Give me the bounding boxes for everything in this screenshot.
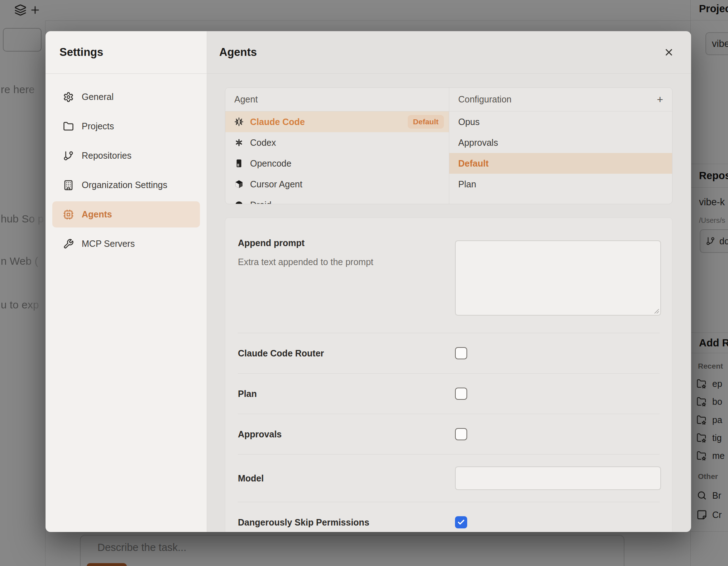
agent-name: Claude Code: [250, 117, 401, 127]
approvals-label: Approvals: [238, 429, 455, 440]
settings-title: Settings: [59, 46, 103, 59]
default-badge: Default: [408, 115, 444, 129]
droid-icon: [234, 200, 244, 204]
folder-icon: [63, 121, 74, 132]
model-row: Model: [238, 454, 660, 502]
settings-modal: Settings General Projects Repositories: [46, 31, 691, 532]
agent-name: Droid: [250, 200, 444, 205]
sidebar-item-label: Repositories: [82, 150, 131, 161]
agent-row-droid[interactable]: Droid: [225, 195, 449, 204]
agent-row-cursor-agent[interactable]: Cursor Agent: [225, 174, 449, 195]
append-prompt-row: Append prompt Extra text appended to the…: [238, 218, 660, 333]
sidebar-item-organization-settings[interactable]: Organization Settings: [52, 172, 200, 198]
opencode-icon: [234, 159, 244, 168]
cursor-icon: [234, 179, 244, 189]
configuration-header-label: Configuration: [458, 94, 512, 105]
config-row-default[interactable]: Default: [449, 153, 672, 174]
plan-label: Plan: [238, 389, 455, 399]
agent-name: Opencode: [250, 158, 444, 169]
plan-row: Plan: [238, 373, 660, 414]
close-icon[interactable]: [662, 46, 675, 59]
add-configuration-button[interactable]: +: [657, 94, 663, 105]
agent-name: Codex: [250, 138, 444, 148]
sidebar-item-label: Projects: [82, 121, 114, 131]
sidebar-item-mcp-servers[interactable]: MCP Servers: [52, 231, 200, 257]
sidebar-item-label: MCP Servers: [82, 239, 135, 249]
agents-header: Agents: [207, 31, 691, 74]
configuration-form: Append prompt Extra text appended to the…: [225, 217, 672, 532]
sidebar-item-label: Agents: [82, 209, 112, 220]
model-input[interactable]: [455, 466, 661, 490]
claude-code-router-checkbox[interactable]: [455, 347, 467, 359]
dangerously-skip-permissions-row: Dangerously Skip Permissions: [238, 502, 660, 532]
agents-table: Agent Claude Code Default: [225, 87, 672, 204]
resize-handle[interactable]: [654, 309, 659, 314]
sidebar-item-repositories[interactable]: Repositories: [52, 143, 200, 169]
approvals-row: Approvals: [238, 414, 660, 454]
wrench-icon: [63, 239, 74, 249]
sidebar-item-label: Organization Settings: [82, 180, 167, 190]
plan-checkbox[interactable]: [455, 388, 467, 400]
building-icon: [63, 180, 74, 191]
append-prompt-description: Extra text appended to the prompt: [238, 257, 455, 267]
dangerously-skip-permissions-checkbox[interactable]: [455, 516, 467, 528]
settings-sidebar-header: Settings: [46, 31, 207, 74]
settings-sidebar: Settings General Projects Repositories: [46, 31, 207, 532]
git-branch-icon: [63, 150, 74, 161]
sidebar-item-general[interactable]: General: [52, 84, 200, 110]
codex-icon: [234, 138, 244, 147]
configuration-column-header: Configuration +: [449, 88, 672, 111]
model-label: Model: [238, 473, 455, 484]
gear-icon: [63, 92, 74, 102]
claude-code-router-label: Claude Code Router: [238, 348, 455, 359]
agent-column-header: Agent: [225, 88, 449, 111]
agent-row-codex[interactable]: Codex: [225, 132, 449, 153]
approvals-checkbox[interactable]: [455, 428, 467, 440]
settings-main-panel: Agents Agent Claude Code Default: [207, 31, 691, 532]
config-row-opus[interactable]: Opus: [449, 111, 672, 132]
agent-column: Agent Claude Code Default: [225, 88, 449, 204]
sidebar-item-label: General: [82, 92, 114, 102]
config-row-plan[interactable]: Plan: [449, 174, 672, 195]
agent-row-opencode[interactable]: Opencode: [225, 153, 449, 174]
configuration-column: Configuration + Opus Approvals Default P…: [449, 88, 672, 204]
append-prompt-label: Append prompt: [238, 238, 455, 248]
cpu-icon: [63, 209, 74, 220]
agent-header-label: Agent: [234, 94, 258, 105]
claude-code-router-row: Claude Code Router: [238, 333, 660, 373]
sidebar-item-projects[interactable]: Projects: [52, 113, 200, 139]
sidebar-item-agents[interactable]: Agents: [52, 201, 200, 227]
claude-icon: [234, 117, 244, 126]
config-row-approvals[interactable]: Approvals: [449, 132, 672, 153]
settings-nav: General Projects Repositories Organizati…: [46, 74, 207, 260]
append-prompt-textarea[interactable]: [455, 240, 661, 316]
page-title: Agents: [219, 46, 257, 59]
agent-row-claude-code[interactable]: Claude Code Default: [225, 111, 449, 132]
dangerously-skip-permissions-label: Dangerously Skip Permissions: [238, 517, 455, 528]
agent-name: Cursor Agent: [250, 179, 444, 190]
